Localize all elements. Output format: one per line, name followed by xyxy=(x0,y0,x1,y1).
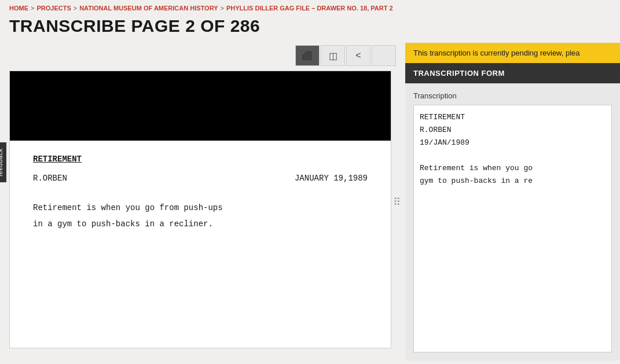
breadcrumb-collection[interactable]: PHYLLIS DILLER GAG FILE – DRAWER NO. 18,… xyxy=(226,5,393,12)
pending-banner: This transcription is currently pending … xyxy=(405,43,620,63)
document-image-top xyxy=(10,71,391,141)
document-author: R.ORBEN xyxy=(33,171,67,186)
breadcrumb: HOME > PROJECTS > NATIONAL MUSEUM OF AME… xyxy=(0,0,620,16)
back-icon: < xyxy=(355,50,361,61)
document-line1: Retirement is when you go from push-ups xyxy=(33,200,368,216)
feedback-tab[interactable]: feedback xyxy=(0,142,6,182)
document-line2: in a gym to push-backs in a recliner. xyxy=(33,216,368,232)
form-body: Transcription RETIREMENT R.ORBEN 19/JAN/… xyxy=(405,83,620,361)
form-header: TRANSCRIPTION FORM xyxy=(405,63,620,83)
toolbar-btn-layout2[interactable]: ◫ xyxy=(321,45,345,66)
breadcrumb-sep-2: > xyxy=(74,5,77,12)
toolbar-btn-forward[interactable] xyxy=(372,45,396,66)
toolbar: ⬛ ◫ < xyxy=(9,43,396,71)
document-panel: ⬛ ◫ < RETIREMENT R.ORBEN JANUARY 19,1989 xyxy=(0,43,405,361)
layout2-icon: ◫ xyxy=(329,50,337,61)
main-layout: ⬛ ◫ < RETIREMENT R.ORBEN JANUARY 19,1989 xyxy=(0,43,620,361)
page-title: TRANSCRIBE PAGE 2 OF 286 xyxy=(0,16,620,43)
breadcrumb-museum[interactable]: NATIONAL MUSEUM OF AMERICAN HISTORY xyxy=(79,5,218,12)
document-body: Retirement is when you go from push-ups … xyxy=(33,200,368,232)
document-image: RETIREMENT R.ORBEN JANUARY 19,1989 Retir… xyxy=(9,71,391,348)
breadcrumb-sep-3: > xyxy=(221,5,224,12)
toolbar-btn-layout1[interactable]: ⬛ xyxy=(295,45,320,66)
transcription-form: TRANSCRIPTION FORM Transcription RETIREM… xyxy=(405,63,620,361)
breadcrumb-home[interactable]: HOME xyxy=(9,5,28,12)
document-title: RETIREMENT xyxy=(33,152,368,167)
breadcrumb-sep-1: > xyxy=(31,5,34,12)
document-meta: R.ORBEN JANUARY 19,1989 xyxy=(33,171,368,186)
right-panel: This transcription is currently pending … xyxy=(405,43,620,361)
breadcrumb-projects[interactable]: PROJECTS xyxy=(36,5,71,12)
form-label: Transcription xyxy=(413,91,612,100)
transcription-textarea[interactable]: RETIREMENT R.ORBEN 19/JAN/1989 Retiremen… xyxy=(413,105,612,352)
forward-icon xyxy=(383,50,385,61)
toolbar-btn-back[interactable]: < xyxy=(346,45,370,66)
document-content: RETIREMENT R.ORBEN JANUARY 19,1989 Retir… xyxy=(10,141,391,244)
drag-handle[interactable]: ⠿ xyxy=(393,196,401,208)
layout1-icon: ⬛ xyxy=(302,50,313,61)
document-date: JANUARY 19,1989 xyxy=(295,171,368,186)
pending-text: This transcription is currently pending … xyxy=(413,49,580,57)
